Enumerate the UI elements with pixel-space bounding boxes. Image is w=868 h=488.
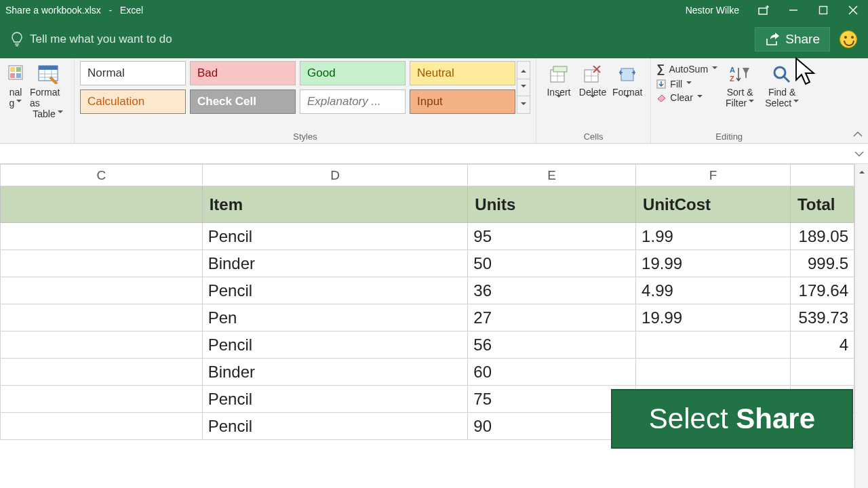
svg-rect-11 xyxy=(16,73,21,78)
styles-gallery-scroll[interactable] xyxy=(517,61,530,114)
sort-filter-button[interactable]: AZ Sort & Filter xyxy=(723,61,757,110)
table-row[interactable]: Binder60 xyxy=(1,359,854,386)
share-button[interactable]: Share xyxy=(755,27,830,52)
style-explanatory[interactable]: Explanatory ... xyxy=(300,89,406,114)
style-good[interactable]: Good xyxy=(300,61,406,85)
share-icon xyxy=(765,33,780,46)
eraser-icon xyxy=(656,94,666,102)
close-button[interactable] xyxy=(838,0,868,20)
instruction-callout: Select Share xyxy=(611,389,853,449)
svg-rect-21 xyxy=(553,66,567,72)
svg-line-32 xyxy=(784,77,789,82)
table-header-row[interactable]: Item Units UnitCost Total xyxy=(1,186,854,223)
ribbon-group-label-editing: Editing xyxy=(656,130,802,142)
svg-point-31 xyxy=(774,67,785,78)
workbook-filename: Share a workbook.xlsx xyxy=(5,5,101,16)
share-button-label: Share xyxy=(785,32,820,47)
find-select-button[interactable]: Find & Select xyxy=(762,61,802,110)
svg-rect-8 xyxy=(10,67,15,72)
ribbon-group-label-styles: Styles xyxy=(80,130,530,142)
svg-rect-10 xyxy=(10,73,15,78)
ribbon: nal g Format as Table x Normal Bad Good … xyxy=(0,58,868,144)
ribbon-display-options-button[interactable] xyxy=(749,0,778,20)
formula-bar[interactable] xyxy=(0,144,868,164)
autosum-button[interactable]: ∑AutoSum xyxy=(656,62,717,76)
header-units: Units xyxy=(468,186,636,223)
svg-rect-0 xyxy=(759,8,767,14)
format-cells-button[interactable]: Format xyxy=(610,61,645,110)
table-row[interactable]: Pen2719.99539.73 xyxy=(1,304,854,331)
maximize-button[interactable] xyxy=(808,0,838,20)
collapse-ribbon-button[interactable] xyxy=(853,128,863,140)
window-titlebar: Share a workbook.xlsx - Excel Nestor Wil… xyxy=(0,0,868,20)
header-total: Total xyxy=(790,186,854,223)
style-bad[interactable]: Bad xyxy=(190,61,296,85)
expand-formula-bar-button[interactable] xyxy=(854,148,864,161)
style-check-cell[interactable]: Check Cell xyxy=(190,89,296,114)
conditional-formatting-button[interactable]: nal g xyxy=(5,61,26,121)
svg-rect-13 xyxy=(39,66,58,70)
tell-me-bar: Tell me what you want to do Share xyxy=(0,20,868,58)
vertical-scrollbar[interactable] xyxy=(854,164,868,488)
fill-down-icon xyxy=(656,79,666,89)
style-normal[interactable]: Normal xyxy=(80,61,186,85)
header-unitcost: UnitCost xyxy=(636,186,791,223)
tell-me-placeholder: Tell me what you want to do xyxy=(30,33,172,46)
feedback-smiley-icon[interactable] xyxy=(840,30,857,48)
svg-rect-2 xyxy=(820,7,827,14)
ribbon-group-label-cells: Cells xyxy=(542,130,645,142)
table-row[interactable]: Pencil951.99189.05 xyxy=(1,223,854,250)
delete-cells-button[interactable]: Delete xyxy=(576,61,610,110)
column-headers[interactable]: C D E F xyxy=(1,165,854,186)
table-row[interactable]: Pencil364.99179.64 xyxy=(1,277,854,304)
header-item: Item xyxy=(202,186,468,223)
app-name: Excel xyxy=(120,5,143,16)
style-neutral[interactable]: Neutral xyxy=(410,61,515,85)
lightbulb-icon xyxy=(11,32,23,47)
tell-me-search[interactable]: Tell me what you want to do xyxy=(11,32,172,47)
window-title: Share a workbook.xlsx - Excel xyxy=(0,5,143,16)
style-calculation[interactable]: Calculation xyxy=(80,89,186,114)
style-input[interactable]: Input xyxy=(410,89,515,114)
cell-styles-gallery[interactable]: Normal Bad Good Neutral Calculation Chec… xyxy=(80,61,515,114)
format-as-table-button[interactable]: Format as Table xyxy=(27,61,68,121)
account-username[interactable]: Nestor Wilke xyxy=(676,5,749,16)
table-row[interactable]: Pencil564 xyxy=(1,331,854,359)
clear-button[interactable]: Clear xyxy=(656,92,717,103)
fill-button[interactable]: Fill xyxy=(656,79,717,89)
svg-rect-9 xyxy=(16,67,21,72)
table-row[interactable]: Binder5019.99999.5 xyxy=(1,250,854,277)
minimize-button[interactable] xyxy=(778,0,808,20)
svg-text:A: A xyxy=(730,66,735,74)
svg-text:Z: Z xyxy=(730,75,734,83)
insert-cells-button[interactable]: Insert xyxy=(542,61,576,110)
svg-rect-27 xyxy=(621,68,633,81)
